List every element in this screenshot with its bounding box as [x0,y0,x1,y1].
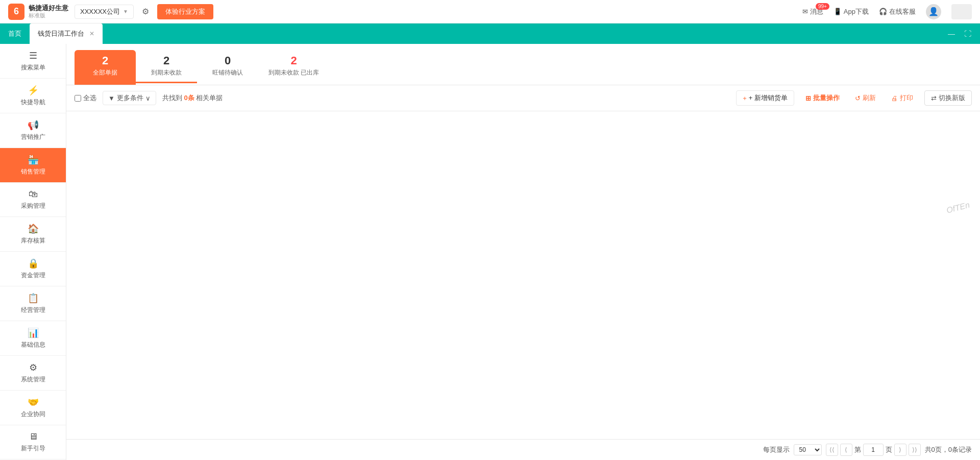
sidebar-item-system[interactable]: ⚙ 系统管理 [0,356,66,391]
first-page-button[interactable]: ⟨⟨ [826,444,838,456]
stat-all-label: 全部单据 [85,68,126,77]
page-suffix: 页 [886,445,892,454]
sidebar-item-inventory[interactable]: 🏠 库存核算 [0,217,66,252]
basic-info-icon: 📊 [28,327,39,338]
sidebar-item-finance-label: 资金管理 [21,271,45,280]
switch-version-button[interactable]: ⇄ 切换新版 [924,90,972,106]
avatar[interactable]: 👤 [926,4,941,19]
last-page-button[interactable]: ⟩⟩ [909,444,921,456]
marketing-icon: 📢 [28,119,39,131]
found-count: 0条 [184,94,194,102]
trial-button[interactable]: 体验行业方案 [157,4,213,19]
switch-label: 切换新版 [939,93,965,103]
per-page-select[interactable]: 50 20 100 [794,444,822,455]
settings-icon[interactable]: ⚙ [138,4,153,19]
company-selector[interactable]: XXXXXX公司 ▼ [75,5,134,19]
quicknav-icon: ⚡ [28,85,39,96]
sidebar-item-marketing-label: 营销推广 [21,133,45,141]
plus-icon: + [743,94,747,102]
online-service-label: 在线客服 [889,7,916,16]
toolbar: 全选 ▼ 更多条件 ∨ 共找到 0条 相关单据 + + 新增销货单 ⊞ 批量操作 [66,85,980,111]
pagination-bar: 每页显示 50 20 100 ⟨⟨ ⟨ 第 页 ⟩ ⟩⟩ 共0页，0条记录 [66,439,980,460]
stat-overdue-out-label: 到期未收款 已出库 [268,68,319,77]
print-icon: 🖨 [891,94,898,102]
logo-icon: 6 [8,4,24,20]
tab-qhrc[interactable]: 钱货日清工作台 ✕ [30,23,103,44]
tab-bar: 首页 钱货日清工作台 ✕ — ⛶ [0,23,980,44]
online-service-button[interactable]: 🎧 在线客服 [879,7,916,16]
logo-area: 6 畅捷通好生意 标准版 [8,4,75,20]
enterprise-icon: 🤝 [28,397,39,408]
new-sale-button[interactable]: + + 新增销货单 [736,90,794,106]
system-icon: ⚙ [29,362,37,373]
stat-all-number: 2 [85,54,126,67]
sidebar-item-search[interactable]: ☰ 搜索菜单 [0,44,66,79]
top-header: 6 畅捷通好生意 标准版 XXXXXX公司 ▼ ⚙ 体验行业方案 ✉ 消息 99… [0,0,980,23]
tab-home[interactable]: 首页 [0,23,30,44]
new-sale-label: + 新增销货单 [749,93,788,103]
sidebar-item-operations[interactable]: 📋 经营管理 [0,286,66,321]
tab-home-label: 首页 [8,29,21,38]
service-icon: 🎧 [879,8,887,15]
refresh-button[interactable]: ↺ 刷新 [851,91,880,105]
filter-button[interactable]: ▼ 更多条件 ∨ [103,91,156,105]
watermark: OfTEn [945,200,970,215]
stat-overdue-label: 到期未收款 [146,68,187,77]
app-download-button[interactable]: 📱 App下载 [834,7,869,16]
stat-tab-all[interactable]: 2 全部单据 [75,50,136,85]
stats-tabs: 2 全部单据 2 到期未收款 0 旺铺待确认 2 到期未收款 已出库 [66,44,980,85]
sidebar-item-enterprise[interactable]: 🤝 企业协同 [0,391,66,425]
sidebar-item-sales[interactable]: 🏪 销售管理 [0,148,66,183]
stat-tab-wangpu[interactable]: 0 旺铺待确认 [197,50,258,85]
stat-overdue-out-number: 2 [268,54,319,67]
message-button[interactable]: ✉ 消息 99+ [802,7,823,16]
main-layout: ☰ 搜索菜单 ⚡ 快捷导航 📢 营销推广 🏪 销售管理 🛍 采购管理 🏠 库存核… [0,44,980,460]
finance-icon: 🔒 [28,258,39,269]
message-badge: 99+ [816,3,829,10]
sidebar-item-purchase-label: 采购管理 [21,202,45,210]
prev-page-button[interactable]: ⟨ [840,444,852,456]
logo-title: 畅捷通好生意 [29,4,68,12]
sidebar-item-quicknav[interactable]: ⚡ 快捷导航 [0,79,66,113]
sidebar-item-quicknav-label: 快捷导航 [21,98,45,107]
sidebar-item-marketing[interactable]: 📢 营销推广 [0,113,66,148]
app-download-label: App下载 [844,7,869,16]
checkbox-input[interactable] [75,95,81,102]
filter-label: 更多条件 [117,93,143,103]
guide-icon: 🖥 [29,431,38,442]
sidebar-item-guide[interactable]: 🖥 新手引导 [0,425,66,459]
batch-button[interactable]: ⊞ 批量操作 [801,91,844,105]
content-area: 2 全部单据 2 到期未收款 0 旺铺待确认 2 到期未收款 已出库 全选 [66,44,980,460]
close-icon[interactable]: ✕ [89,30,94,37]
tab2-underline [136,82,197,83]
next-page-button[interactable]: ⟩ [894,444,906,456]
select-all-label: 全选 [83,93,96,103]
per-page-label: 每页显示 [763,445,790,454]
tab-maximize-button[interactable]: ⛶ [962,28,974,40]
message-icon: ✉ [802,8,808,15]
print-button[interactable]: 🖨 打印 [887,91,917,105]
sidebar-item-sales-label: 销售管理 [21,167,45,176]
tab-actions: — ⛶ [945,28,980,40]
purchase-icon: 🛍 [29,189,38,200]
sidebar-item-inventory-label: 库存核算 [21,236,45,245]
stat-tab-overdue-out[interactable]: 2 到期未收款 已出库 [258,50,329,85]
sidebar-item-basic-info[interactable]: 📊 基础信息 [0,321,66,356]
stat-tab-overdue[interactable]: 2 到期未收款 [136,50,197,85]
header-right: ✉ 消息 99+ 📱 App下载 🎧 在线客服 👤 [802,4,972,19]
tab-qhrc-label: 钱货日清工作台 [38,29,84,38]
download-icon: 📱 [834,8,842,15]
inventory-icon: 🏠 [28,223,39,234]
sidebar-item-operations-label: 经营管理 [21,306,45,314]
switch-icon: ⇄ [931,94,937,102]
sidebar-item-system-label: 系统管理 [21,375,45,384]
select-all-checkbox[interactable]: 全选 [75,93,96,103]
sidebar-item-finance[interactable]: 🔒 资金管理 [0,252,66,286]
sidebar-item-enterprise-label: 企业协同 [21,410,45,419]
tab-minimize-button[interactable]: — [945,28,958,40]
page-input[interactable] [863,444,884,456]
print-label: 打印 [900,93,913,103]
page-prefix: 第 [854,445,861,454]
logo-text: 畅捷通好生意 标准版 [29,4,68,19]
sidebar-item-purchase[interactable]: 🛍 采购管理 [0,183,66,217]
